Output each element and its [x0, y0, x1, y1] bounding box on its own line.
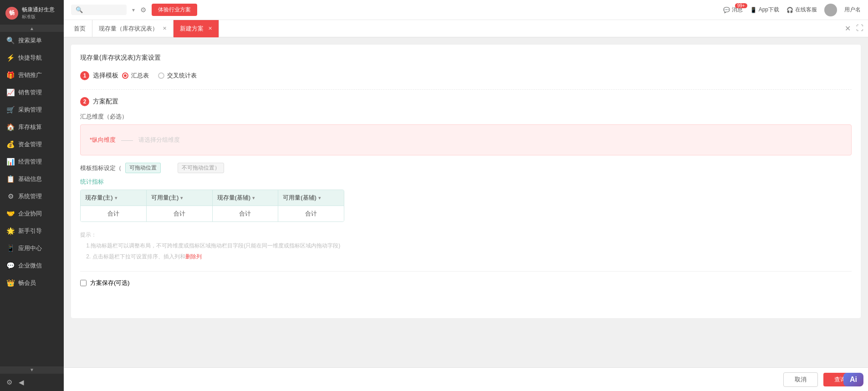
wechat-icon: 💬 — [6, 262, 15, 270]
collab-icon: 🤝 — [6, 210, 15, 218]
ai-badge[interactable]: Ai — [843, 373, 863, 386]
sidebar-footer: ⚙ ◀ — [0, 373, 64, 391]
tab-home-label: 首页 — [74, 25, 86, 33]
search-dropdown-icon[interactable]: ▾ — [132, 7, 135, 13]
tab-inventory-close[interactable]: ✕ — [163, 26, 167, 31]
stats-col-4-dropdown[interactable]: ▾ — [318, 195, 321, 201]
sidebar-item-label: 企业协同 — [18, 210, 42, 218]
settings-footer-icon[interactable]: ⚙ — [6, 378, 12, 386]
sidebar-item-member[interactable]: 👑 畅会员 — [0, 274, 64, 292]
stats-col-2-label: 可用量(主) — [151, 194, 179, 202]
messages-button[interactable]: 💬 消息 99+ — [723, 6, 743, 14]
topbar-right: 💬 消息 99+ 📱 App下载 🎧 在线客服 用户名 — [723, 4, 861, 16]
service-icon: 🎧 — [786, 7, 793, 13]
tab-inventory-label: 现存量（库存状况表） — [99, 25, 158, 33]
dimension-placeholder[interactable]: 请选择分组维度 — [138, 136, 180, 144]
sidebar-item-collab[interactable]: 🤝 企业协同 — [0, 205, 64, 222]
tip-1: 1.拖动标题栏可以调整布局，不可跨维度或指标区域拖动栏目字段(只能在同一维度或指… — [80, 240, 852, 251]
search-input[interactable] — [86, 7, 122, 13]
app-download-button[interactable]: 📱 App下载 — [750, 6, 779, 14]
stats-col-4-label: 可用量(基辅) — [283, 194, 317, 202]
inventory-icon: 🏠 — [6, 123, 15, 131]
sidebar-item-system[interactable]: ⚙ 系统管理 — [0, 188, 64, 205]
sidebar-scroll-up[interactable]: ▲ — [0, 25, 64, 32]
app-name: 畅康通好生意 — [22, 6, 55, 14]
sidebar-item-purchase[interactable]: 🛒 采购管理 — [0, 101, 64, 118]
tab-expand-btn[interactable]: ⛶ — [855, 23, 864, 34]
trial-button[interactable]: 体验行业方案 — [152, 4, 197, 16]
dimension-section: 汇总维度（必选） *纵向维度 —— 请选择分组维度 — [80, 113, 852, 155]
section1-num: 1 — [80, 71, 89, 80]
save-checkbox[interactable] — [80, 280, 87, 286]
gear-icon-topbar[interactable]: ⚙ — [140, 6, 146, 14]
stats-cell-1: 合计 — [81, 206, 147, 221]
settings-panel: 现存量(库存状况表)方案设置 1 选择模板 汇总表 交叉统计表 — [71, 45, 861, 318]
stats-col-2-dropdown[interactable]: ▾ — [180, 195, 183, 201]
sidebar-item-appstore[interactable]: 📱 应用中心 — [0, 240, 64, 257]
radio-summary[interactable]: 汇总表 — [122, 72, 149, 80]
search-icon: 🔍 — [6, 36, 15, 45]
sidebar-item-label: 新手引导 — [18, 227, 42, 235]
sidebar-item-label: 搜索菜单 — [18, 36, 42, 45]
sidebar-item-finance[interactable]: 💰 资金管理 — [0, 136, 64, 153]
tab-new-label: 新建方案 — [180, 25, 204, 33]
stats-col-1-dropdown[interactable]: ▾ — [115, 195, 117, 201]
sidebar-item-label: 资金管理 — [18, 140, 42, 149]
finance-icon: 💰 — [6, 140, 15, 149]
app-icon: 📱 — [750, 7, 757, 13]
tab-new-close[interactable]: ✕ — [208, 26, 212, 31]
messages-badge: 99+ — [735, 3, 747, 8]
radio-cross-circle — [158, 72, 164, 79]
stats-col-2: 可用量(主) ▾ — [147, 190, 213, 206]
sidebar-item-guide[interactable]: 🌟 新手引导 — [0, 222, 64, 240]
sidebar-item-label: 畅会员 — [18, 279, 36, 287]
sidebar-item-label: 企业微信 — [18, 262, 42, 270]
dimension-required: *纵向维度 — [90, 136, 116, 144]
radio-summary-label: 汇总表 — [131, 72, 149, 80]
sidebar-item-marketing[interactable]: 🎁 营销推广 — [0, 67, 64, 84]
sidebar-item-sales[interactable]: 📈 销售管理 — [0, 84, 64, 101]
online-service-button[interactable]: 🎧 在线客服 — [786, 6, 817, 14]
tab-home[interactable]: 首页 — [67, 20, 92, 37]
appstore-icon: 📱 — [6, 244, 15, 252]
system-icon: ⚙ — [6, 192, 15, 201]
marketing-icon: 🎁 — [6, 71, 15, 79]
guide-icon: 🌟 — [6, 227, 15, 235]
sidebar-item-inventory[interactable]: 🏠 库存核算 — [0, 118, 64, 136]
tab-close-btn[interactable]: ✕ — [844, 23, 852, 34]
topbar-search-box[interactable]: 🔍 — [71, 5, 127, 15]
app-download-label: App下载 — [759, 6, 779, 14]
sidebar-item-operations[interactable]: 📊 经营管理 — [0, 153, 64, 170]
section-config: 2 方案配置 汇总维度（必选） *纵向维度 —— 请选择分组维度 模板指标设定（ — [80, 97, 852, 262]
sidebar-item-label: 快捷导航 — [18, 54, 42, 62]
template-config-label: 模板指标设定（ 可拖动位置 不可拖动位置） — [80, 163, 852, 173]
tab-inventory[interactable]: 现存量（库存状况表） ✕ — [92, 20, 174, 37]
sidebar: 畅 畅康通好生意 标准版 ▲ 🔍 搜索菜单 ⚡ 快捷导航 🎁 营销推广 📈 销售… — [0, 0, 64, 391]
tab-new-plan[interactable]: 新建方案 ✕ — [174, 20, 219, 37]
search-icon-topbar: 🔍 — [76, 6, 83, 13]
collapse-footer-icon[interactable]: ◀ — [19, 378, 24, 386]
stats-col-3-dropdown[interactable]: ▾ — [252, 195, 255, 201]
stats-col-4: 可用量(基辅) ▾ — [278, 190, 344, 206]
sidebar-item-label: 基础信息 — [18, 175, 42, 183]
sidebar-item-label: 库存核算 — [18, 123, 42, 131]
sidebar-item-wechat[interactable]: 💬 企业微信 — [0, 257, 64, 274]
basic-info-icon: 📋 — [6, 175, 15, 183]
action-bar: 取消 查询 — [64, 367, 868, 391]
section2-num: 2 — [80, 97, 89, 106]
sidebar-item-basic-info[interactable]: 📋 基础信息 — [0, 170, 64, 188]
stats-table-header: 现存量(主) ▾ 可用量(主) ▾ 现存量(基辅) ▾ 可用量(基辅) — [81, 190, 344, 206]
stats-col-1: 现存量(主) ▾ — [81, 190, 147, 206]
stats-cell-4: 合计 — [278, 206, 344, 221]
radio-cross[interactable]: 交叉统计表 — [158, 72, 197, 80]
sidebar-item-search[interactable]: 🔍 搜索菜单 — [0, 32, 64, 49]
radio-summary-circle — [122, 72, 128, 79]
sidebar-scroll-down[interactable]: ▼ — [0, 366, 64, 373]
message-icon: 💬 — [723, 7, 730, 13]
dimension-label: 汇总维度（必选） — [80, 113, 852, 121]
cancel-button[interactable]: 取消 — [783, 372, 818, 387]
tag-movable: 可拖动位置 — [125, 163, 161, 173]
sidebar-item-quicknav[interactable]: ⚡ 快捷导航 — [0, 49, 64, 67]
dimension-arrow: —— — [121, 137, 133, 144]
user-avatar[interactable] — [824, 4, 837, 16]
